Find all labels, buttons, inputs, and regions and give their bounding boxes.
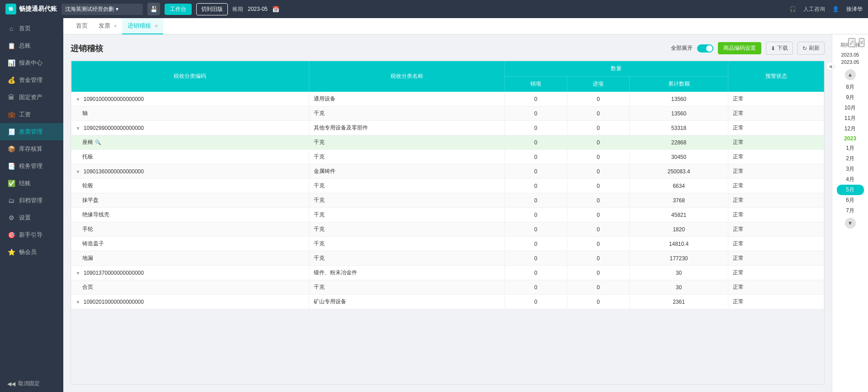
salary-icon: 💼 xyxy=(7,111,15,118)
sidebar-label-settle: 结账 xyxy=(19,179,31,187)
save-button[interactable]: 💾 xyxy=(147,3,160,15)
period-value: 2023-05 xyxy=(248,6,268,12)
cell-purchase: 0 xyxy=(567,251,629,266)
period-month-item[interactable]: 7月 xyxy=(837,206,864,216)
product-code-button[interactable]: 商品编码设置 xyxy=(718,42,761,54)
table-row[interactable]: ▼ 10901360000000000000 金属铸件 0 0 250083.4… xyxy=(71,164,824,179)
panel-expand-button[interactable]: ⤢ xyxy=(848,38,855,47)
download-button[interactable]: ⬇ 下载 xyxy=(766,42,793,55)
company-selector[interactable]: 沈海英测试经营勿删 ▾ xyxy=(61,4,143,15)
sidebar-item-invoice[interactable]: 🧾 发票管理 xyxy=(0,123,63,140)
sidebar-item-funds[interactable]: 💰 资金管理 xyxy=(0,72,63,89)
panel-collapse-button[interactable]: ◀ xyxy=(826,62,835,71)
period-month-item[interactable]: 9月 xyxy=(837,92,864,103)
tab-home[interactable]: 首页 xyxy=(71,18,93,34)
period-month-item[interactable]: 3月 xyxy=(837,164,864,174)
collapse-icon[interactable]: ▼ xyxy=(76,97,80,102)
scroll-down-button[interactable]: ▼ xyxy=(845,218,856,229)
sidebar-item-guide[interactable]: 🎯 新手引导 xyxy=(0,226,63,244)
sidebar-item-ledger[interactable]: 📋 总账 xyxy=(0,37,63,54)
table-row[interactable]: 托板 千克 0 0 30450 正常 xyxy=(71,150,824,164)
period-month-item[interactable]: 4月 xyxy=(837,174,864,185)
sidebar-item-inventory[interactable]: 📦 库存核算 xyxy=(0,140,63,158)
cell-status: 正常 xyxy=(728,92,824,106)
table-row[interactable]: 绝缘导线壳 千克 0 0 45821 正常 xyxy=(71,208,824,222)
tab-invoice[interactable]: 发票 × xyxy=(93,18,122,34)
table-row[interactable]: 轮毂 千克 0 0 6634 正常 xyxy=(71,179,824,193)
table-row[interactable]: 合页 千克 0 0 30 正常 xyxy=(71,280,824,295)
cell-sales: 0 xyxy=(505,179,567,193)
table-row[interactable]: ▼ 10901000000000000000 通用设备 0 0 13560 正常 xyxy=(71,92,824,106)
table-row[interactable]: 座椅🔍 千克 0 0 22868 正常 xyxy=(71,135,824,150)
cell-sales: 0 xyxy=(505,164,567,179)
cell-code: 抹平盘 xyxy=(71,193,309,208)
table-row[interactable]: ▼ 10902990000000000000 其他专用设备及零部件 0 0 53… xyxy=(71,121,824,135)
right-panel: ⤢ × ◀ 期间选择 2023.05 2023.05 ▲ 8月9月10月11月1… xyxy=(832,34,868,392)
sidebar-label-archive: 归档管理 xyxy=(19,196,42,205)
period-month-item[interactable]: 2月 xyxy=(837,153,864,164)
scroll-up-button[interactable]: ▲ xyxy=(845,69,856,80)
period-month-item[interactable]: 6月 xyxy=(837,195,864,206)
sidebar-item-salary[interactable]: 💼 工资 xyxy=(0,106,63,123)
period-month-item[interactable]: 2023 xyxy=(837,134,864,143)
cell-total: 3768 xyxy=(629,193,728,208)
sidebar-item-tax[interactable]: 📑 税务管理 xyxy=(0,158,63,175)
sidebar-item-reports[interactable]: 📊 报表中心 xyxy=(0,54,63,72)
period-month-item[interactable]: 8月 xyxy=(837,82,864,92)
tab-reconciliation-close[interactable]: × xyxy=(155,23,157,29)
table-row[interactable]: 轴 千克 0 0 13560 正常 xyxy=(71,106,824,121)
collapse-icon[interactable]: ▼ xyxy=(76,169,80,174)
sidebar-label-reports: 报表中心 xyxy=(19,59,42,67)
tab-reconciliation[interactable]: 进销稽核 × xyxy=(122,18,163,34)
unpin-button[interactable]: ◀◀ 取消固定 xyxy=(0,375,63,392)
sidebar-item-member[interactable]: ⭐ 畅会员 xyxy=(0,244,63,261)
table-row[interactable]: 抹平盘 千克 0 0 3768 正常 xyxy=(71,193,824,208)
sidebar-item-assets[interactable]: 🏛 固定资产 xyxy=(0,89,63,106)
reports-icon: 📊 xyxy=(7,59,15,67)
collapse-icon[interactable]: ▼ xyxy=(76,271,80,276)
cell-status: 正常 xyxy=(728,150,824,164)
th-total: 累计数额 xyxy=(629,76,728,92)
table-row[interactable]: ▼ 10902010000000000000 矿山专用设备 0 0 2361 正… xyxy=(71,295,824,309)
period-month-item[interactable]: 12月 xyxy=(837,124,864,134)
user-name[interactable]: 徐泽华 xyxy=(846,5,863,13)
table-row[interactable]: 手轮 千克 0 0 1820 正常 xyxy=(71,222,824,237)
expand-toggle[interactable] xyxy=(697,44,713,53)
sidebar-item-archive[interactable]: 🗂 归档管理 xyxy=(0,192,63,209)
panel-close-button[interactable]: × xyxy=(859,38,864,47)
collapse-icon[interactable]: ▼ xyxy=(76,300,80,305)
sidebar-item-home[interactable]: ⌂ 首页 xyxy=(0,20,63,37)
app-container: 畅 畅捷通易代账 沈海英测试经营勿删 ▾ 💾 工作台 切到旧版 账期 2023-… xyxy=(0,0,868,392)
cell-name: 通用设备 xyxy=(309,92,505,106)
cell-name: 千克 xyxy=(309,150,505,164)
cell-code: 托板 xyxy=(71,150,309,164)
support-label[interactable]: 人工咨询 xyxy=(803,5,825,13)
table-row[interactable]: 铸造盖子 千克 0 0 14810.4 正常 xyxy=(71,237,824,251)
period-month-item[interactable]: 11月 xyxy=(837,113,864,124)
calendar-icon[interactable]: 📅 xyxy=(272,6,279,13)
switch-old-button[interactable]: 切到旧版 xyxy=(196,3,228,15)
sidebar-label-ledger: 总账 xyxy=(19,42,31,50)
workbench-button[interactable]: 工作台 xyxy=(165,4,192,15)
tab-invoice-close[interactable]: × xyxy=(114,23,117,29)
search-icon[interactable]: 🔍 xyxy=(95,139,101,145)
sidebar-item-settle[interactable]: ✅ 结账 xyxy=(0,175,63,192)
refresh-button[interactable]: ↻ 刷新 xyxy=(797,42,825,55)
collapse-icon[interactable]: ▼ xyxy=(76,126,80,131)
cell-purchase: 0 xyxy=(567,150,629,164)
period-month-item[interactable]: 5月 xyxy=(837,185,864,195)
refresh-label: 刷新 xyxy=(809,44,820,52)
cell-purchase: 0 xyxy=(567,295,629,309)
table-row[interactable]: 地漏 千克 0 0 177230 正常 xyxy=(71,251,824,266)
cell-purchase: 0 xyxy=(567,266,629,280)
cell-status: 正常 xyxy=(728,208,824,222)
cell-name: 千克 xyxy=(309,193,505,208)
company-name: 沈海英测试经营勿删 xyxy=(65,5,114,13)
cell-purchase: 0 xyxy=(567,179,629,193)
sidebar-item-settings[interactable]: ⚙ 设置 xyxy=(0,209,63,226)
period-month-item[interactable]: 1月 xyxy=(837,143,864,153)
cell-total: 177230 xyxy=(629,251,728,266)
period-month-item[interactable]: 10月 xyxy=(837,103,864,113)
cell-status: 正常 xyxy=(728,164,824,179)
table-row[interactable]: ▼ 10901370000000000000 锻件、粉末冶金件 0 0 30 正… xyxy=(71,266,824,280)
